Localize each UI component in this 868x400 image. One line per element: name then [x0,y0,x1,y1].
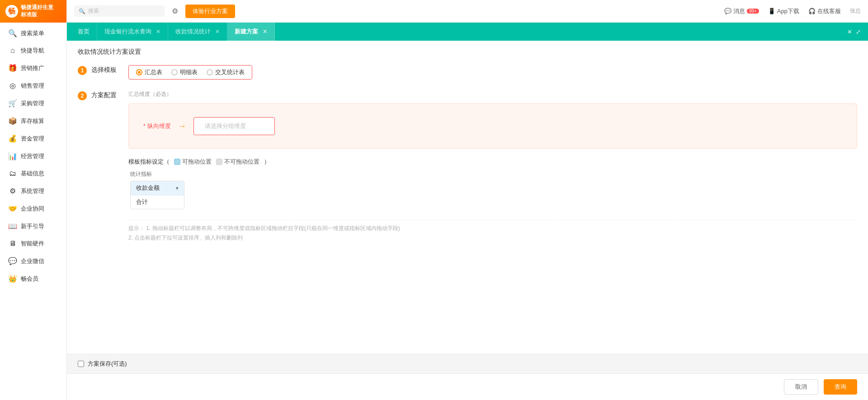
metric-chevron-icon: ▾ [176,185,179,191]
app-download-item[interactable]: 📱 App下载 [768,7,799,15]
tab-bank-flow[interactable]: 现金银行流水查询 ✕ [97,23,168,41]
non-draggable-toggle: 不可拖动位置 [216,158,259,166]
sidebar-item-label: 销售管理 [21,82,44,90]
sidebar-item-newbie[interactable]: 📖 新手引导 [0,217,66,235]
sidebar-logo: 畅 畅捷通好生意 标准版 [0,0,66,23]
logo-text: 畅捷通好生意 [21,4,53,11]
sidebar-item-finance[interactable]: 💰 资金管理 [0,130,66,147]
sidebar-item-label: 营销推广 [21,64,44,72]
sidebar-item-inventory[interactable]: 📦 库存核算 [0,112,66,130]
step2-section: 2 方案配置 汇总维度（必选） * 纵向维度 → 请选择分组维度 [78,90,857,248]
sidebar-item-quick-nav[interactable]: ⌂ 快捷导航 [0,42,66,59]
sidebar-item-operations[interactable]: 📊 经营管理 [0,147,66,165]
tab-receipt-stats[interactable]: 收款情况统计 ✕ [168,23,227,41]
corp-collab-icon: 🤝 [8,204,17,213]
sidebar-item-corp-collab[interactable]: 🤝 企业协同 [0,200,66,217]
draggable-toggle: 可拖动位置 [174,158,212,166]
inventory-icon: 📦 [8,117,17,125]
tab-new-plan-close[interactable]: ✕ [263,28,267,35]
template-radio-group: 汇总表 明细表 交叉统计表 [128,65,252,80]
settings-icon[interactable]: ⚙ [172,7,178,15]
metric-group-label: 统计指标 [130,170,857,178]
indicator-section: 模板指标设定（ 可拖动位置 不可拖动位置 ） [128,158,857,211]
indicator-label-row: 模板指标设定（ 可拖动位置 不可拖动位置 ） [128,158,857,166]
sidebar-item-search-menu[interactable]: 🔍 搜索菜单 [0,24,66,42]
newbie-icon: 📖 [8,222,17,231]
online-support-label: 在线客服 [817,7,841,15]
sidebar-item-member[interactable]: 👑 畅会员 [0,270,66,287]
sidebar-item-base-info[interactable]: 🗂 基础信息 [0,165,66,182]
dim-arrow-icon: → [178,122,186,131]
tab-bar: 首页 现金银行流水查询 ✕ 收款情况统计 ✕ 新建方案 ✕ ✕ ⤢ [67,23,868,41]
operations-icon: 📊 [8,152,17,160]
sidebar-item-purchase[interactable]: 🛒 采购管理 [0,94,66,112]
topbar-search-box[interactable]: 🔍 搜索 [74,5,165,17]
sidebar-item-label: 企业协同 [21,205,44,213]
metric-table: 收款金额 ▾ 合计 [130,181,184,209]
hint-item-2: 2. 点击标题栏下拉可设置排序、插入列和删除列 [128,234,857,242]
sidebar-item-marketing[interactable]: 🎁 营销推广 [0,59,66,77]
sidebar-item-sales[interactable]: ◎ 销售管理 [0,77,66,94]
tab-bank-flow-label: 现金银行流水查询 [104,28,151,36]
tab-receipt-stats-label: 收款情况统计 [175,28,211,36]
page-title: 收款情况统计方案设置 [78,48,857,56]
tab-bank-flow-close[interactable]: ✕ [156,28,160,35]
step2-label: 方案配置 [91,91,117,99]
content-area: 收款情况统计方案设置 1 选择模板 汇总表 明细表 交叉统计 [67,41,868,400]
smart-hw-icon: 🖥 [8,240,17,248]
save-option-label: 方案保存(可选) [88,360,127,368]
notification-label: 消息 [733,7,745,15]
username-label: 张总 [850,7,861,15]
sidebar-item-corp-wechat[interactable]: 💬 企业微信 [0,252,66,270]
sidebar-item-label: 智能硬件 [21,240,44,248]
save-option-bar: 方案保存(可选) [67,354,868,373]
main-area: 🔍 搜索 ⚙ 体验行业方案 💬 消息 99+ 📱 App下载 🎧 在线客服 张总… [67,0,868,400]
sidebar-item-label: 搜索菜单 [21,29,44,38]
trial-btn[interactable]: 体验行业方案 [185,5,235,18]
radio-summary[interactable]: 汇总表 [136,68,162,76]
online-support-item[interactable]: 🎧 在线客服 [808,7,841,15]
tab-close-window-icon[interactable]: ✕ [847,28,852,35]
marketing-icon: 🎁 [8,64,17,72]
sidebar-item-label: 采购管理 [21,99,44,108]
dim-select-box[interactable]: 请选择分组维度 [193,117,275,135]
tab-new-plan[interactable]: 新建方案 ✕ [227,23,275,41]
sidebar-item-label: 畅会员 [21,275,38,283]
sidebar-item-label: 新手引导 [21,222,44,231]
sidebar-item-label: 基础信息 [21,169,44,178]
tab-receipt-stats-close[interactable]: ✕ [215,28,220,35]
radio-summary-circle [136,69,142,75]
tab-expand-icon[interactable]: ⤢ [856,28,861,35]
radio-summary-label: 汇总表 [145,68,162,76]
message-icon: 💬 [724,8,731,14]
sidebar-item-label: 快捷导航 [21,47,44,55]
sidebar-item-smart-hw[interactable]: 🖥 智能硬件 [0,235,66,252]
cancel-button[interactable]: 取消 [784,379,818,395]
support-icon: 🎧 [808,8,816,14]
sidebar-item-label: 系统管理 [21,187,44,195]
app-download-label: App下载 [777,7,799,15]
draggable-dot [174,159,180,165]
sidebar-item-sys-mgmt[interactable]: ⚙ 系统管理 [0,182,66,200]
sidebar-item-label: 库存核算 [21,117,44,125]
vertical-dim-label: * 纵向维度 [143,122,171,130]
query-button[interactable]: 查询 [824,379,857,395]
notification-badge: 99+ [747,9,759,14]
radio-cross-label: 交叉统计表 [215,68,245,76]
metric-table-header[interactable]: 收款金额 ▾ [131,181,184,195]
radio-detail-circle [171,69,178,75]
logo-icon: 畅 [5,5,18,18]
radio-detail[interactable]: 明细表 [171,68,198,76]
dim-select-placeholder: 请选择分组维度 [205,122,246,130]
radio-detail-label: 明细表 [180,68,198,76]
metric-header-label: 收款金额 [136,184,160,192]
quick-nav-icon: ⌂ [8,47,17,55]
save-checkbox[interactable] [78,361,84,367]
base-info-icon: 🗂 [8,169,17,178]
tab-home[interactable]: 首页 [71,23,97,41]
sidebar-item-label: 资金管理 [21,135,44,143]
logo-edition: 标准版 [21,11,53,19]
notification-item[interactable]: 💬 消息 99+ [724,7,759,15]
radio-cross[interactable]: 交叉统计表 [207,68,245,76]
topbar: 🔍 搜索 ⚙ 体验行业方案 💬 消息 99+ 📱 App下载 🎧 在线客服 张总 [67,0,868,23]
